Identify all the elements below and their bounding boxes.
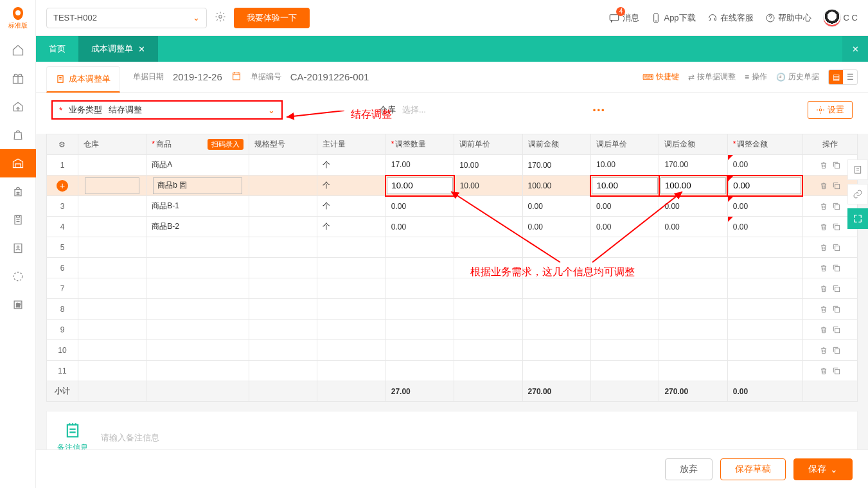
note-icon[interactable] bbox=[847, 159, 868, 180]
expand-icon[interactable] bbox=[847, 208, 868, 229]
delete-icon[interactable] bbox=[819, 161, 828, 170]
shortcut-link[interactable]: ⌨ 快捷键 bbox=[642, 71, 679, 82]
op-link[interactable]: ≡ 操作 bbox=[745, 71, 767, 82]
calendar-icon[interactable] bbox=[231, 71, 242, 83]
user-menu[interactable]: C C bbox=[823, 9, 858, 27]
delete-icon[interactable] bbox=[819, 264, 828, 273]
tab-cost-adjust[interactable]: 成本调整单 ✕ bbox=[78, 36, 158, 62]
view-grid-icon[interactable]: ▤ bbox=[829, 70, 843, 84]
save-button[interactable]: 保存 ⌄ bbox=[793, 458, 853, 480]
delete-icon[interactable] bbox=[819, 243, 828, 252]
messages-link[interactable]: 消息 4 bbox=[608, 12, 639, 24]
col-after-amount[interactable]: 调后金额 bbox=[659, 134, 727, 155]
table-row[interactable]: 4商品B-2个0.000.000.000.000.00 bbox=[47, 217, 858, 237]
copy-icon[interactable] bbox=[832, 264, 841, 273]
history-link[interactable]: 🕘 历史单据 bbox=[776, 71, 819, 82]
nav-house-up-icon[interactable] bbox=[0, 93, 36, 121]
view-toggle[interactable]: ▤ ☰ bbox=[828, 69, 858, 85]
customer-service-link[interactable]: 在线客服 bbox=[707, 12, 754, 24]
nav-bag-icon[interactable] bbox=[0, 121, 36, 149]
copy-icon[interactable] bbox=[832, 243, 841, 252]
copy-icon[interactable] bbox=[832, 181, 841, 190]
table-row[interactable]: 7 bbox=[47, 278, 858, 299]
nav-clipboard-icon[interactable] bbox=[0, 206, 36, 234]
add-row-icon[interactable]: + bbox=[57, 180, 68, 192]
adjust-amount-input[interactable] bbox=[729, 177, 801, 194]
qty-input[interactable] bbox=[387, 177, 452, 194]
header-row: ⚙ 仓库 *商品扫码录入 规格型号 主计量 *调整数量 调前单价 调前金额 调后… bbox=[47, 134, 858, 155]
delete-icon[interactable] bbox=[819, 366, 828, 375]
table-row[interactable]: 3商品B-1个0.000.000.000.000.00 bbox=[47, 196, 858, 217]
link-icon[interactable] bbox=[847, 184, 868, 204]
help-link[interactable]: 帮助中心 bbox=[765, 12, 811, 24]
copy-icon[interactable] bbox=[832, 222, 841, 231]
nav-loading-icon[interactable] bbox=[0, 262, 36, 291]
business-type-select[interactable]: * 业务类型 结存调整 ⌄ bbox=[51, 100, 283, 120]
col-after-price[interactable]: 调后单价 bbox=[590, 134, 659, 155]
copy-icon[interactable] bbox=[832, 366, 841, 375]
table-row[interactable]: 8 bbox=[47, 299, 858, 320]
nav-money-icon[interactable] bbox=[0, 177, 36, 206]
col-uom[interactable]: 主计量 bbox=[317, 134, 385, 155]
left-nav: 标准版 新 bbox=[0, 0, 36, 488]
trial-button[interactable]: 我要体验一下 bbox=[234, 8, 310, 28]
more-icon[interactable]: ••• bbox=[593, 105, 606, 115]
nav-home-icon[interactable] bbox=[0, 36, 36, 64]
product-cell[interactable]: 商品b 固 bbox=[153, 177, 242, 194]
col-spec[interactable]: 规格型号 bbox=[249, 134, 317, 155]
copy-icon[interactable] bbox=[832, 346, 841, 355]
col-adjust-amount[interactable]: *调整金额 bbox=[727, 134, 802, 155]
table-row[interactable]: 1商品A个17.0010.00170.0010.00170.000.00 bbox=[47, 155, 858, 176]
table-row[interactable]: 9 bbox=[47, 320, 858, 340]
delete-icon[interactable] bbox=[819, 325, 828, 334]
copy-icon[interactable] bbox=[832, 325, 841, 334]
tenant-select[interactable]: TEST-H002 ⌄ bbox=[46, 8, 207, 28]
col-product[interactable]: *商品扫码录入 bbox=[146, 134, 249, 155]
after-price-input[interactable] bbox=[592, 177, 657, 194]
table-row[interactable]: 6 bbox=[47, 258, 858, 278]
warehouse-cell[interactable] bbox=[85, 177, 139, 194]
table-row[interactable]: 5 bbox=[47, 237, 858, 258]
table-row[interactable]: 10 bbox=[47, 340, 858, 361]
delete-icon[interactable] bbox=[819, 202, 828, 211]
col-before-price[interactable]: 调前单价 bbox=[454, 134, 522, 155]
gear-column-icon[interactable]: ⚙ bbox=[47, 134, 78, 155]
close-all-tabs[interactable]: ✕ bbox=[842, 36, 868, 62]
copy-icon[interactable] bbox=[832, 284, 841, 293]
delete-icon[interactable] bbox=[819, 222, 828, 231]
nav-warehouse-icon[interactable] bbox=[0, 149, 36, 177]
copy-icon[interactable] bbox=[832, 305, 841, 314]
app-download-link[interactable]: App下载 bbox=[651, 12, 695, 24]
data-grid: ⚙ 仓库 *商品扫码录入 规格型号 主计量 *调整数量 调前单价 调前金额 调后… bbox=[46, 134, 858, 402]
delete-icon[interactable] bbox=[819, 305, 828, 314]
col-before-amount[interactable]: 调前金额 bbox=[522, 134, 590, 155]
view-list-icon[interactable]: ☰ bbox=[843, 70, 857, 84]
col-warehouse[interactable]: 仓库 bbox=[78, 134, 146, 155]
gear-icon[interactable] bbox=[215, 11, 226, 24]
by-doc-link[interactable]: ⇄ 按单据调整 bbox=[688, 71, 736, 82]
delete-icon[interactable] bbox=[819, 181, 828, 190]
copy-icon[interactable] bbox=[832, 202, 841, 211]
table-row[interactable]: 11 bbox=[47, 361, 858, 381]
close-icon[interactable]: ✕ bbox=[138, 44, 145, 54]
svg-rect-17 bbox=[835, 185, 840, 189]
nav-gift-icon[interactable] bbox=[0, 64, 36, 93]
after-amount-input[interactable] bbox=[660, 177, 726, 194]
date-value[interactable]: 2019-12-26 bbox=[173, 71, 222, 82]
nav-contact-icon[interactable] bbox=[0, 234, 36, 262]
save-draft-button[interactable]: 保存草稿 bbox=[720, 458, 786, 480]
tab-home[interactable]: 首页 bbox=[36, 36, 78, 62]
form-type-tab[interactable]: 成本调整单 bbox=[46, 66, 120, 93]
remarks-input[interactable] bbox=[101, 433, 847, 442]
copy-icon[interactable] bbox=[832, 161, 841, 170]
scan-tag[interactable]: 扫码录入 bbox=[208, 139, 244, 150]
nav-new-icon[interactable]: 新 bbox=[0, 291, 36, 319]
col-qty[interactable]: *调整数量 bbox=[385, 134, 454, 155]
delete-icon[interactable] bbox=[819, 346, 828, 355]
abandon-button[interactable]: 放弃 bbox=[665, 458, 713, 480]
delete-icon[interactable] bbox=[819, 284, 828, 293]
settings-button[interactable]: 设置 bbox=[808, 101, 853, 119]
business-type-value: 结存调整 bbox=[109, 104, 142, 116]
col-op: 操作 bbox=[802, 134, 857, 155]
table-row[interactable]: +商品b 固个10.00100.00 bbox=[47, 176, 858, 196]
